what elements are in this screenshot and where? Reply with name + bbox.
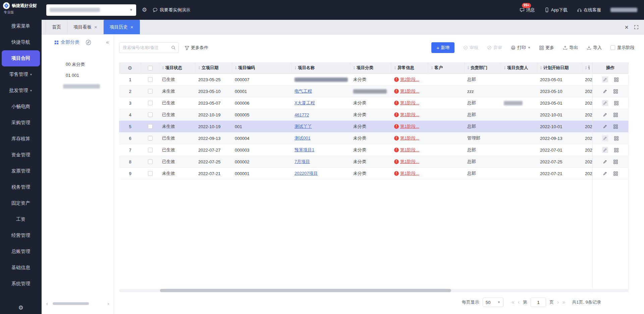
row-checkbox[interactable] bbox=[148, 159, 153, 164]
select-all-checkbox[interactable] bbox=[148, 66, 153, 70]
row-checkbox[interactable] bbox=[148, 112, 153, 117]
close-icon[interactable]: × bbox=[94, 24, 97, 30]
sidebar-item-wholesale-mgmt[interactable]: 批发管理▼ bbox=[0, 83, 42, 99]
sort-icon[interactable]: ▲▼ bbox=[467, 66, 469, 70]
project-name-link[interactable]: 461772 bbox=[294, 112, 309, 117]
grid-more-icon[interactable] bbox=[614, 136, 619, 141]
sort-icon[interactable]: ▲▼ bbox=[585, 66, 587, 70]
grid-more-icon[interactable] bbox=[614, 77, 619, 82]
project-name-link[interactable]: 测试丫丫 bbox=[294, 123, 312, 129]
grid-more-icon[interactable] bbox=[614, 101, 619, 105]
grid-more-icon[interactable] bbox=[613, 160, 618, 164]
sidebar-item-project-contract[interactable]: 项目合同 bbox=[2, 50, 40, 66]
edit-icon[interactable] bbox=[603, 89, 607, 94]
close-all-tabs-icon[interactable]: × bbox=[625, 24, 629, 31]
sort-icon[interactable]: ▲▼ bbox=[394, 66, 396, 70]
sidebar-item-ecommerce[interactable]: 小畅电商 bbox=[0, 99, 42, 115]
exception-link[interactable]: 第2阶段... bbox=[400, 76, 419, 83]
sort-icon[interactable]: ▲▼ bbox=[294, 66, 297, 70]
next-page-icon[interactable]: › bbox=[557, 300, 559, 305]
sidebar-item-retail-mgmt[interactable]: 零售管理▼ bbox=[0, 66, 42, 83]
sidebar-item-general-ledger[interactable]: 总账管理 bbox=[0, 244, 42, 260]
row-checkbox[interactable] bbox=[148, 136, 153, 141]
exception-link[interactable]: 第1阶段... bbox=[400, 170, 419, 176]
close-icon[interactable]: × bbox=[130, 24, 133, 30]
scrollbar-thumb[interactable] bbox=[53, 302, 89, 305]
support-button[interactable]: 在线客服 bbox=[577, 7, 601, 13]
row-checkbox[interactable] bbox=[148, 171, 153, 176]
exception-link[interactable]: 第1阶段... bbox=[400, 159, 419, 165]
export-button[interactable]: 导出 bbox=[563, 45, 578, 51]
last-page-icon[interactable]: » bbox=[562, 300, 565, 305]
demo-link[interactable]: 我要看实例演示 bbox=[153, 7, 190, 13]
sort-icon[interactable]: ▲▼ bbox=[162, 66, 164, 70]
sidebar-settings-gear-icon[interactable]: ⚙ bbox=[18, 304, 23, 311]
print-button[interactable]: 打印 ▼ bbox=[511, 45, 531, 51]
category-item[interactable] bbox=[42, 81, 114, 92]
sidebar-item-inventory[interactable]: 库存核算 bbox=[0, 131, 42, 147]
topbar-settings-gear-icon[interactable]: ⚙ bbox=[142, 6, 147, 13]
category-item[interactable]: 00 未分类 bbox=[42, 59, 114, 70]
show-stage-toggle[interactable]: 显示阶段 bbox=[610, 45, 635, 51]
grid-more-icon[interactable] bbox=[613, 113, 618, 117]
collapse-panel-icon[interactable]: « bbox=[106, 39, 109, 45]
project-name-link[interactable]: 电气工程 bbox=[294, 88, 312, 94]
edit-icon[interactable] bbox=[602, 147, 608, 153]
show-stage-checkbox[interactable] bbox=[610, 45, 615, 50]
row-checkbox[interactable] bbox=[148, 77, 153, 82]
project-name-link[interactable]: X大厦工程 bbox=[294, 100, 315, 106]
sidebar-item-invoice[interactable]: 发票管理 bbox=[0, 163, 42, 179]
org-select[interactable]: ▼ bbox=[46, 4, 136, 16]
table-row[interactable]: 4已生效2022-10-19000005461772未分类!第1阶段...总部2… bbox=[119, 109, 628, 121]
more-actions-button[interactable]: 更多 bbox=[539, 45, 554, 51]
grid-more-icon[interactable] bbox=[613, 171, 618, 176]
table-row[interactable]: 8已生效2022-07-250000027月项目未分类!第1阶段...总部202… bbox=[119, 156, 628, 168]
edit-icon[interactable] bbox=[602, 135, 608, 141]
table-row[interactable]: 1已生效2023-05-25000007未分类!第2阶段...总部2023-05… bbox=[119, 74, 628, 86]
edit-icon[interactable] bbox=[602, 100, 608, 106]
messages-button[interactable]: 99+ 消息 bbox=[520, 7, 535, 13]
sidebar-item-fixed-assets[interactable]: 固定资产 bbox=[0, 195, 42, 211]
sidebar-item-basic-info[interactable]: 基础信息 bbox=[0, 260, 42, 276]
edit-icon[interactable] bbox=[603, 171, 607, 176]
grid-more-icon[interactable] bbox=[613, 89, 618, 94]
audit-button[interactable]: 审核 bbox=[463, 45, 478, 51]
sidebar-item-quick-nav[interactable]: 快捷导航 bbox=[0, 34, 42, 50]
sidebar-item-system-mgmt[interactable]: 系统管理 bbox=[0, 276, 42, 292]
sort-icon[interactable]: ▲▼ bbox=[353, 66, 355, 70]
exception-link[interactable]: 第1阶段... bbox=[400, 123, 419, 129]
page-input[interactable] bbox=[531, 298, 546, 307]
tab-project-board[interactable]: 项目看板× bbox=[67, 20, 104, 34]
table-row[interactable]: 5未生效2022-10-19001测试丫丫未分类!第1阶段...总部2022-1… bbox=[119, 121, 628, 133]
exception-link[interactable]: 第1阶段... bbox=[400, 135, 419, 141]
scroll-right-icon[interactable]: › bbox=[107, 301, 109, 306]
sort-icon[interactable]: ▲▼ bbox=[235, 66, 237, 70]
row-checkbox[interactable] bbox=[148, 89, 153, 94]
sort-icon[interactable]: ▲▼ bbox=[504, 66, 506, 70]
search-icon[interactable] bbox=[171, 45, 176, 50]
sidebar-item-salary[interactable]: 工资 bbox=[0, 211, 42, 227]
sidebar-item-procurement[interactable]: 采购管理 bbox=[0, 115, 42, 131]
search-input[interactable] bbox=[123, 45, 169, 50]
category-title[interactable]: 全部分类 bbox=[61, 39, 79, 45]
row-checkbox[interactable] bbox=[148, 148, 153, 152]
redacted-username[interactable] bbox=[610, 8, 637, 12]
scrollbar-thumb[interactable] bbox=[160, 289, 451, 292]
category-item[interactable]: 01 001 bbox=[42, 70, 114, 81]
exception-link[interactable]: 第1阶段... bbox=[400, 147, 419, 153]
sidebar-item-operations[interactable]: 经营管理 bbox=[0, 227, 42, 244]
tab-home[interactable]: 首页 bbox=[46, 20, 67, 34]
project-name-link[interactable]: 测试001 bbox=[294, 135, 311, 141]
scroll-left-icon[interactable]: ‹ bbox=[46, 301, 48, 306]
column-settings-gear-icon[interactable]: ⚙ bbox=[128, 65, 132, 71]
scrollbar-track[interactable] bbox=[50, 302, 106, 305]
first-page-icon[interactable]: « bbox=[512, 300, 515, 305]
prev-page-icon[interactable]: ‹ bbox=[518, 300, 520, 305]
edit-icon[interactable] bbox=[602, 76, 608, 83]
sidebar-item-funds[interactable]: 资金管理 bbox=[0, 147, 42, 163]
row-checkbox[interactable] bbox=[148, 101, 153, 105]
table-row[interactable]: 2未生效2023-05-1000001电气工程!第1阶段...zzz2023-0… bbox=[119, 86, 628, 97]
edit-category-icon[interactable] bbox=[86, 40, 91, 45]
table-row[interactable]: 9未生效2022-07-21000001202207项目未分类!第1阶段...总… bbox=[119, 168, 628, 179]
sort-icon[interactable]: ▲▼ bbox=[198, 66, 200, 70]
